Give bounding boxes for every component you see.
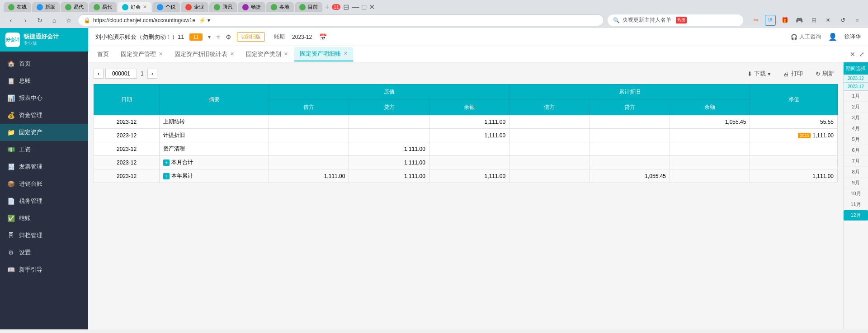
reload-btn[interactable]: ↻ [34,15,45,26]
scissors-icon[interactable]: ✂ [750,15,761,26]
period-month-10[interactable]: 10月 [844,188,868,199]
tab-fixed-assets-mgmt[interactable]: 固定资产管理 ✕ [115,47,168,61]
tab-depreciation-stats[interactable]: 固定资产折旧统计表 ✕ [169,47,240,61]
app-name: 畅捷通好会计 [24,33,59,41]
summary-icon: + [163,159,170,166]
period-month-8[interactable]: 8月 [844,167,868,178]
browser-tab-tengxun[interactable]: 腾讯 [209,2,237,12]
game-icon[interactable]: 🎮 [794,15,805,26]
period-month-11[interactable]: 11月 [844,199,868,210]
minimize-btn[interactable]: — [352,3,359,11]
tab-close-fixed-assets-category[interactable]: ✕ [284,51,288,57]
search-bar[interactable]: 🔍 央视更新主持人名单 热搜 [608,14,743,26]
tab-expand-btn[interactable]: ⤢ [859,51,864,58]
browser-tab-online[interactable]: 在线 [4,2,31,12]
sidebar-item-settings[interactable]: ⚙ 设置 [0,244,88,261]
menu-icon[interactable]: ≡ [852,15,863,26]
period-month-1[interactable]: 1月 [844,91,868,102]
download-btn[interactable]: ⬇ 下载 ▾ [744,68,774,80]
page-number-input[interactable] [105,69,137,79]
period-month-5[interactable]: 5月 [844,134,868,145]
cell-net-value: 55.55 [750,115,838,129]
period-date-start[interactable]: 2023.12 [844,75,868,83]
tab-fixed-assets-detail[interactable]: 固定资产明细账 ✕ [294,47,353,61]
tab-fixed-assets-category[interactable]: 固定资产类别 ✕ [241,47,293,61]
tab-close-fixed-assets-mgmt[interactable]: ✕ [159,51,163,57]
forward-btn[interactable]: › [20,15,31,26]
close-period-icon: ✅ [7,215,14,222]
sidebar-item-archive[interactable]: 🗄 归档管理 [0,227,88,244]
period-month-9[interactable]: 9月 [844,178,868,188]
sidebar-item-funds[interactable]: 💰 资金管理 [0,107,88,124]
refresh-btn[interactable]: ↻ 刷新 [812,68,838,80]
sidebar-item-guide[interactable]: 📖 新手引导 [0,261,88,278]
sidebar-item-ledger[interactable]: 📋 总账 [0,72,88,89]
maximize-btn[interactable]: □ [362,3,366,11]
funds-icon: 💰 [7,112,14,119]
dropdown-arrow[interactable]: ▾ [208,34,211,40]
prev-page-btn[interactable]: ‹ [94,69,104,79]
close-btn[interactable]: ✕ [369,3,375,11]
sidebar-item-purchase-sales[interactable]: 📦 进销台账 [0,175,88,192]
translate-icon[interactable]: 译 [765,15,776,26]
calendar-icon[interactable]: 📅 [319,33,327,41]
add-company-btn[interactable]: + [216,33,220,41]
browser-tab-geshui[interactable]: 个税 [152,2,180,12]
print-btn[interactable]: 🖨 打印 [780,68,807,80]
browser-tab-haohui[interactable]: 好会 ✕ [118,2,151,12]
undo-icon[interactable]: ↺ [837,15,848,26]
sidebar-item-reports[interactable]: 📊 报表中心 [0,89,88,107]
sidebar-item-tax[interactable]: 📄 税务管理 [0,192,88,210]
tab-close-depreciation-stats[interactable]: ✕ [230,51,234,57]
browser-tab-qiye[interactable]: 企业 [181,2,208,12]
cell-accum-debit [509,129,590,142]
cell-date: 2023-12 [94,129,160,142]
tab-list-btn[interactable]: ⊟ [343,3,349,11]
brightness-icon[interactable]: ☀ [823,15,834,26]
site-info-icon[interactable]: ⚡ [199,17,206,23]
next-page-btn[interactable]: › [147,69,157,79]
period-month-6[interactable]: 6月 [844,145,868,156]
ai-consult-btn[interactable]: 🎧 人工咨询 [791,33,821,41]
table-row: 2023-12 上期结转 1,111.00 1,055.45 55.55 [94,115,838,129]
sidebar-item-close[interactable]: ✅ 结账 [0,210,88,227]
sidebar-item-payroll[interactable]: 💵 工资 [0,141,88,158]
headset-icon: 🎧 [791,34,797,40]
download-dropdown[interactable]: ▾ [768,70,771,77]
period-month-7[interactable]: 7月 [844,156,868,167]
tab-close-fixed-assets-detail[interactable]: ✕ [344,51,348,56]
period-month-3[interactable]: 3月 [844,113,868,123]
period-date-end[interactable]: 2023.12 [844,83,868,91]
sidebar-item-invoice[interactable]: 🧾 发票管理 [0,158,88,175]
cell-orig-balance [429,156,509,169]
tab-add-btn[interactable]: + [325,3,329,11]
cell-accum-debit [509,142,590,156]
switch-btn[interactable]: 切到旧版 [237,32,265,42]
back-btn[interactable]: ‹ [5,15,16,26]
period-month-12[interactable]: 12月 [844,210,868,221]
browser-tab-yidai2[interactable]: 易代 [89,2,117,12]
settings-company-btn[interactable]: ⚙ [226,33,231,41]
username[interactable]: 徐译华 [844,33,861,41]
tab-pin-btn[interactable]: ✕ [850,51,855,58]
url-dropdown[interactable]: ▾ [208,17,210,23]
url-bar[interactable]: 🔒 https://cloud.chanjet.com/accounting/u… [78,14,604,26]
tab-home[interactable]: 首页 [92,47,114,61]
browser-tab-gedi[interactable]: 各地 [266,2,294,12]
sidebar-item-fixed-assets[interactable]: 📁 固定资产 [0,124,88,141]
period-month-2[interactable]: 2月 [844,102,868,113]
grid-icon[interactable]: ⊞ [808,15,819,26]
cell-date: 2023-12 [94,115,160,129]
browser-tab-changjie[interactable]: 畅捷 [238,2,265,12]
home-icon: 🏠 [7,60,14,67]
browser-tab-yidai1[interactable]: 易代 [61,2,88,12]
period-month-4[interactable]: 4月 [844,123,868,134]
cell-orig-credit: 1,111.00 [349,142,429,156]
browser-tab-muqian[interactable]: 目前 [295,2,322,12]
browser-tab-new[interactable]: 新版 [32,2,60,12]
home-btn[interactable]: ⌂ [49,15,60,26]
gift-icon[interactable]: 🎁 [779,15,790,26]
bookmark-btn[interactable]: ☆ [63,15,74,26]
app-version: 专业版 [24,40,59,47]
sidebar-item-home[interactable]: 🏠 首页 [0,55,88,72]
